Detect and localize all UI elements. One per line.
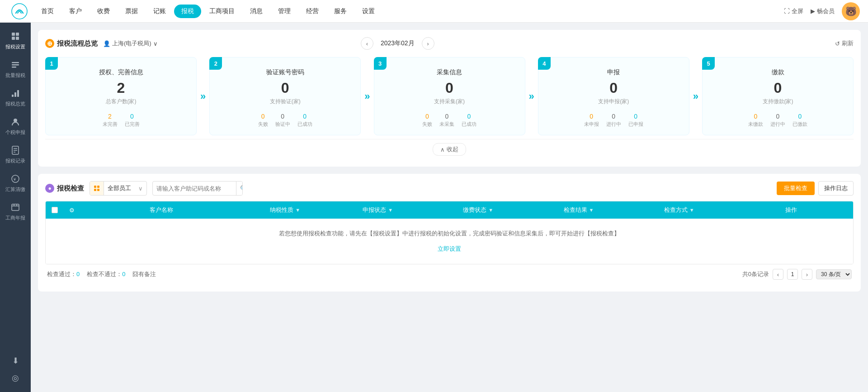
nav-fee[interactable]: 收费 [90, 5, 117, 18]
stat-3-2: 0 已成功 [462, 113, 476, 128]
refresh-button[interactable]: ↺ 刷新 [835, 39, 854, 48]
step-2-number: 2 [209, 57, 222, 70]
stat-1-0-value[interactable]: 2 [108, 113, 112, 120]
nav-business[interactable]: 工商项目 [202, 5, 242, 18]
fail-value[interactable]: 0 [122, 271, 125, 277]
sidebar-item-batch-tax[interactable]: 批量报税 [0, 55, 31, 83]
stat-2-0: 0 失败 [258, 113, 268, 128]
sidebar-label-batch-tax: 批量报税 [5, 72, 25, 79]
settings-icon[interactable]: ⚙ [69, 207, 75, 214]
top-navigation: 首页 客户 收费 票据 记账 报税 工商项目 消息 管理 经营 服务 设置 ⛶ … [0, 0, 868, 23]
stat-2-0-value[interactable]: 0 [261, 113, 265, 120]
pass-label-text: 检查通过： [47, 271, 76, 277]
sidebar-item-tax-settings[interactable]: 报税设置 [0, 26, 31, 55]
stat-4-2-value[interactable]: 0 [634, 113, 637, 120]
table-header: ⚙ 客户名称 纳税性质 ▼ 申报状态 ▼ 缴费状态 ▼ [46, 201, 853, 219]
tax-type-filter-icon[interactable]: ▼ [295, 207, 300, 213]
sidebar-item-tax-overview[interactable]: 报税总览 [0, 83, 31, 112]
tax-overview-icon [10, 88, 21, 99]
fullscreen-icon: ⛶ [784, 8, 790, 14]
select-all-checkbox[interactable] [52, 207, 58, 213]
check-method-filter-icon[interactable]: ▼ [689, 207, 694, 213]
nav-operation[interactable]: 经营 [299, 5, 326, 18]
nav-management[interactable]: 管理 [271, 5, 298, 18]
location-tag[interactable]: 👤 上海(电子税局) ∨ [103, 39, 158, 48]
batch-check-button[interactable]: 批量检查 [777, 182, 815, 195]
next-month-button[interactable]: › [422, 37, 434, 50]
nav-accounting[interactable]: 记账 [146, 5, 173, 18]
download-icon[interactable]: ⬇ [9, 354, 22, 368]
stat-5-1-value[interactable]: 0 [776, 113, 780, 120]
pass-value[interactable]: 0 [76, 271, 80, 277]
nav-client[interactable]: 客户 [62, 5, 89, 18]
search-button[interactable]: 🔍 [236, 182, 243, 195]
employee-filter[interactable]: 全部员工 ∨ [90, 181, 147, 196]
stat-1-1-label: 已完善 [125, 121, 140, 128]
declare-status-filter-icon[interactable]: ▼ [388, 207, 393, 213]
per-page-select[interactable]: 30 条/页 [816, 269, 852, 279]
mascot-avatar: 🐻 [842, 2, 860, 20]
pay-status-filter-icon[interactable]: ▼ [488, 207, 493, 213]
nav-tax[interactable]: 报税 [174, 5, 201, 18]
stat-2-2-value[interactable]: 0 [303, 113, 307, 120]
stat-2-1-value[interactable]: 0 [281, 113, 284, 120]
sidebar-item-tax-record[interactable]: 报税记录 [0, 140, 31, 169]
sidebar-label-personal-tax: 个税申报 [5, 129, 25, 136]
setup-link[interactable]: 立即设置 [438, 245, 461, 252]
stat-3-2-value[interactable]: 0 [467, 113, 471, 120]
step-2-title: 验证账号密码 [266, 68, 304, 76]
sidebar: 报税设置 批量报税 报税总览 个税申报 报税记录 [0, 23, 31, 392]
chevron-down-icon: ∨ [153, 40, 158, 47]
svg-rect-6 [12, 64, 19, 66]
employee-filter-text: 全部员工 [104, 184, 135, 192]
th-client-name: 客户名称 [80, 201, 243, 219]
location-icon[interactable]: ◎ [9, 371, 22, 385]
nav-home[interactable]: 首页 [34, 5, 61, 18]
annual-settlement-icon: ¥ [10, 173, 21, 184]
main-layout: 报税设置 批量报税 报税总览 个税申报 报税记录 [0, 23, 868, 392]
check-result-filter-icon[interactable]: ▼ [589, 207, 594, 213]
step-5-title: 缴款 [772, 68, 784, 76]
stat-4-1-value[interactable]: 0 [612, 113, 615, 120]
member-button[interactable]: ▶ 畅会员 [811, 7, 835, 15]
check-title: ● 报税检查 [45, 184, 84, 193]
sidebar-item-annual-report[interactable]: 工商年报 [0, 197, 31, 226]
refresh-icon: ↺ [835, 40, 840, 47]
next-page-button[interactable]: › [802, 269, 812, 280]
sidebar-item-annual-settlement[interactable]: ¥ 汇算清缴 [0, 169, 31, 197]
stat-3-0-label: 失败 [422, 121, 432, 128]
step-4-stats: 0 未申报 0 进行中 0 已申报 [584, 113, 643, 128]
arrow-2-3: » [361, 57, 373, 135]
top-nav-right: ⛶ 全屏 ▶ 畅会员 🐻 [784, 2, 860, 20]
employee-filter-dropdown-arrow[interactable]: ∨ [135, 185, 146, 192]
svg-rect-5 [12, 62, 19, 63]
nav-invoice[interactable]: 票据 [118, 5, 145, 18]
stat-3-0-value[interactable]: 0 [425, 113, 429, 120]
th-check-method: 检查方式 ▼ [629, 201, 729, 219]
stat-1-1-value[interactable]: 0 [130, 113, 134, 120]
stat-3-1-value[interactable]: 0 [445, 113, 449, 120]
operation-log-button[interactable]: 操作日志 [818, 181, 854, 196]
svg-rect-22 [94, 186, 96, 188]
stat-5-2-value[interactable]: 0 [798, 113, 802, 120]
collapse-button[interactable]: ∧ 收起 [433, 143, 466, 156]
step-3-number: 3 [374, 57, 387, 70]
prev-month-button[interactable]: ‹ [361, 37, 373, 50]
stat-5-0-value[interactable]: 0 [754, 113, 758, 120]
svg-text:¥: ¥ [13, 177, 16, 182]
nav-settings[interactable]: 设置 [355, 5, 382, 18]
stat-4-0: 0 未申报 [584, 113, 599, 128]
step-5-stats: 0 未缴款 0 进行中 0 已缴款 [748, 113, 807, 128]
fullscreen-button[interactable]: ⛶ 全屏 [784, 7, 803, 15]
stat-4-0-value[interactable]: 0 [590, 113, 593, 120]
search-input[interactable] [153, 185, 236, 192]
sidebar-item-personal-tax[interactable]: 个税申报 [0, 112, 31, 140]
sidebar-label-annual-report: 工商年报 [5, 215, 25, 221]
stat-5-0: 0 未缴款 [748, 113, 763, 128]
app-logo-icon [11, 3, 28, 19]
check-header: ● 报税检查 全部员工 ∨ 🔍 批量检查 操作日志 [45, 181, 854, 196]
employee-filter-icon [90, 182, 104, 195]
nav-service[interactable]: 服务 [327, 5, 354, 18]
nav-message[interactable]: 消息 [243, 5, 270, 18]
first-page-button[interactable]: ‹ [773, 269, 783, 280]
